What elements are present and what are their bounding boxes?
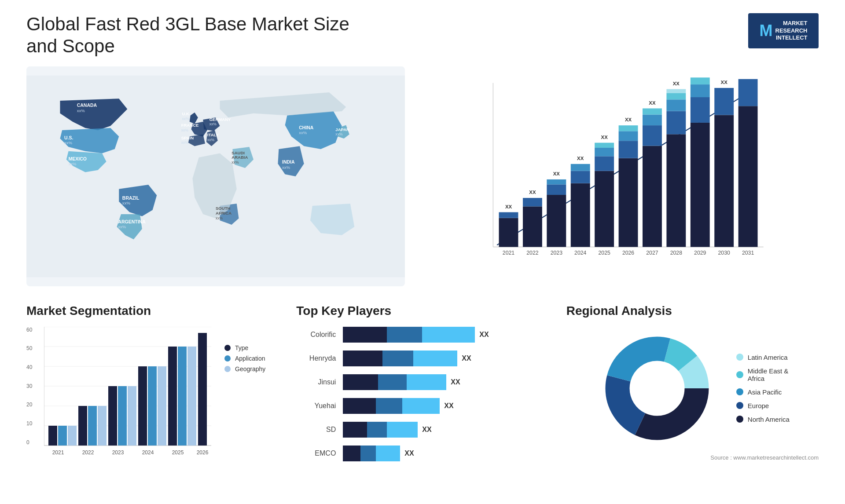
svg-text:xx%: xx% bbox=[122, 201, 131, 205]
player-name: Colorific bbox=[296, 331, 336, 339]
svg-text:xx%: xx% bbox=[209, 122, 217, 126]
svg-text:2025: 2025 bbox=[598, 250, 610, 256]
player-value: XX bbox=[404, 449, 414, 457]
logo-container: M MARKET RESEARCH INTELLECT bbox=[748, 13, 819, 48]
logo-letter: M bbox=[760, 22, 773, 40]
legend-latin-america: Latin America bbox=[736, 354, 790, 361]
svg-text:U.S.: U.S. bbox=[64, 135, 73, 140]
legend-geography-label: Geography bbox=[235, 365, 265, 373]
svg-rect-86 bbox=[714, 115, 734, 247]
player-bar-container: XX bbox=[343, 374, 548, 390]
svg-text:2021: 2021 bbox=[503, 250, 514, 256]
svg-text:XX: XX bbox=[601, 135, 608, 140]
player-bar-container: XX bbox=[343, 351, 548, 366]
legend-europe: Europe bbox=[736, 402, 790, 409]
logo-text: MARKET RESEARCH INTELLECT bbox=[775, 20, 808, 42]
players-title: Top Key Players bbox=[296, 304, 548, 318]
svg-rect-76 bbox=[666, 93, 686, 99]
player-value: XX bbox=[462, 354, 471, 362]
svg-rect-112 bbox=[148, 366, 157, 446]
svg-rect-38 bbox=[499, 212, 518, 218]
svg-rect-57 bbox=[595, 148, 614, 156]
player-value: XX bbox=[422, 426, 431, 434]
player-name: Yuehai bbox=[296, 402, 336, 410]
bar-chart-container: XX 2021 XX 2022 XX 2023 XX bbox=[422, 66, 819, 286]
svg-text:2022: 2022 bbox=[82, 449, 94, 456]
svg-rect-104 bbox=[68, 426, 77, 446]
svg-rect-37 bbox=[499, 218, 518, 247]
svg-rect-41 bbox=[523, 206, 542, 247]
svg-text:SPAIN: SPAIN bbox=[181, 135, 194, 140]
svg-rect-89 bbox=[738, 106, 758, 247]
svg-rect-70 bbox=[643, 108, 662, 114]
svg-text:JAPAN: JAPAN bbox=[335, 127, 349, 132]
svg-text:XX: XX bbox=[721, 80, 728, 85]
svg-text:XX: XX bbox=[697, 75, 704, 76]
svg-rect-109 bbox=[118, 386, 127, 446]
segmentation-title: Market Segmentation bbox=[26, 304, 279, 318]
svg-point-129 bbox=[631, 362, 683, 415]
regional-section: Regional Analysis bbox=[566, 304, 819, 489]
legend-type: Type bbox=[224, 344, 265, 351]
svg-text:U.K.: U.K. bbox=[182, 111, 191, 116]
svg-text:FRANCE: FRANCE bbox=[181, 123, 199, 128]
svg-rect-73 bbox=[666, 134, 686, 247]
svg-rect-55 bbox=[595, 171, 614, 247]
svg-text:XX: XX bbox=[553, 171, 560, 176]
player-bar-container: XX bbox=[343, 398, 548, 414]
svg-rect-61 bbox=[619, 158, 638, 247]
svg-text:2021: 2021 bbox=[52, 449, 64, 456]
legend-middle-east: Middle East &Africa bbox=[736, 367, 790, 382]
svg-text:xx%: xx% bbox=[181, 128, 189, 132]
svg-rect-110 bbox=[128, 386, 136, 446]
svg-text:2024: 2024 bbox=[142, 449, 154, 456]
legend-label: Asia Pacific bbox=[748, 388, 782, 396]
svg-rect-107 bbox=[98, 406, 107, 446]
svg-rect-82 bbox=[691, 84, 710, 97]
svg-rect-106 bbox=[88, 406, 97, 446]
svg-text:2028: 2028 bbox=[670, 250, 682, 256]
svg-text:XX: XX bbox=[673, 81, 680, 86]
svg-rect-56 bbox=[595, 156, 614, 171]
svg-text:MEXICO: MEXICO bbox=[69, 156, 87, 161]
latin-america-dot bbox=[736, 354, 743, 361]
svg-text:ARABIA: ARABIA bbox=[231, 155, 248, 160]
segmentation-legend: Type Application Geography bbox=[224, 336, 265, 460]
svg-text:xx%: xx% bbox=[216, 216, 223, 220]
svg-rect-64 bbox=[619, 125, 638, 131]
player-name: Jinsui bbox=[296, 378, 336, 386]
geography-dot bbox=[224, 366, 231, 372]
svg-text:2027: 2027 bbox=[646, 250, 658, 256]
svg-rect-45 bbox=[547, 195, 566, 247]
svg-rect-87 bbox=[714, 88, 734, 115]
page-container: Global Fast Red 3GL Base Market Size and… bbox=[0, 0, 845, 504]
asia-pacific-dot bbox=[736, 388, 743, 395]
svg-text:ITALY: ITALY bbox=[207, 132, 219, 137]
world-map: CANADA xx% U.S. xx% MEXICO xx% BRAZIL xx… bbox=[26, 66, 405, 286]
svg-rect-58 bbox=[595, 142, 614, 147]
svg-rect-111 bbox=[138, 366, 147, 446]
svg-rect-63 bbox=[619, 131, 638, 141]
svg-text:BRAZIL: BRAZIL bbox=[122, 195, 140, 200]
svg-rect-75 bbox=[666, 99, 686, 111]
legend-type-label: Type bbox=[235, 344, 248, 351]
svg-rect-114 bbox=[168, 347, 177, 446]
player-name: Henryda bbox=[296, 354, 336, 362]
svg-text:2031: 2031 bbox=[742, 250, 754, 256]
regional-legend: Latin America Middle East &Africa Asia P… bbox=[736, 354, 790, 423]
legend-label: Europe bbox=[748, 402, 769, 409]
svg-rect-47 bbox=[547, 179, 566, 184]
svg-text:ARGENTINA: ARGENTINA bbox=[118, 219, 146, 224]
svg-text:INDIA: INDIA bbox=[282, 159, 295, 164]
svg-text:xx%: xx% bbox=[118, 224, 126, 229]
player-name: EMCO bbox=[296, 449, 336, 457]
svg-text:AFRICA: AFRICA bbox=[216, 211, 231, 215]
legend-label: Latin America bbox=[748, 354, 788, 361]
svg-text:GERMANY: GERMANY bbox=[209, 117, 231, 122]
svg-rect-69 bbox=[643, 114, 662, 125]
svg-text:xx%: xx% bbox=[181, 140, 189, 145]
svg-rect-50 bbox=[571, 183, 590, 247]
svg-text:xx%: xx% bbox=[182, 117, 190, 121]
svg-text:2030: 2030 bbox=[718, 250, 730, 256]
svg-rect-46 bbox=[547, 184, 566, 195]
